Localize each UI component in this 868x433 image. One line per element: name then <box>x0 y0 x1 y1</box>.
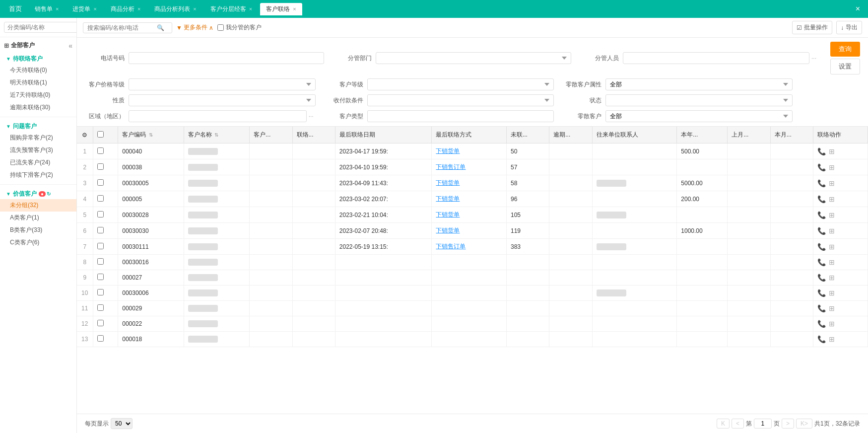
row-checkbox[interactable] <box>97 243 104 249</box>
sidebar-item-class-a[interactable]: A类客户(1) <box>0 212 76 224</box>
th-code[interactable]: 客户编码 ⇅ <box>118 127 184 144</box>
action-phone-icon[interactable]: 📞 <box>817 335 826 343</box>
action-phone-icon[interactable]: 📞 <box>817 289 826 297</box>
sidebar-item-overdue[interactable]: 逾期未联络(30) <box>0 101 76 114</box>
last-way-link[interactable]: 下销货单 <box>436 147 460 154</box>
action-grid-icon[interactable]: ⊞ <box>829 227 835 235</box>
action-phone-icon[interactable]: 📞 <box>817 320 826 328</box>
next-page-btn[interactable]: > <box>782 419 794 429</box>
action-phone-icon[interactable]: 📞 <box>817 195 826 203</box>
sidebar-item-lost[interactable]: 已流失客户(24) <box>0 156 76 169</box>
row-checkbox[interactable] <box>97 258 104 265</box>
nav-tab-purchase[interactable]: 进货单 × <box>67 3 102 15</box>
select-all-checkbox[interactable] <box>97 131 104 138</box>
action-phone-icon[interactable]: 📞 <box>817 258 826 266</box>
th-last-month[interactable]: 上月... <box>728 127 770 144</box>
nav-tab-sales[interactable]: 销售单 × <box>29 3 65 15</box>
filter-payment-select[interactable] <box>367 94 554 106</box>
action-phone-icon[interactable]: 📞 <box>817 147 826 155</box>
close-tab-sales[interactable]: × <box>56 6 59 12</box>
batch-ops-btn[interactable]: ☑ 批量操作 <box>792 21 832 34</box>
action-phone-icon[interactable]: 📞 <box>817 163 826 171</box>
filter-region-input[interactable] <box>129 110 307 122</box>
page-size-select[interactable]: 50 <box>111 418 133 429</box>
action-phone-icon[interactable]: 📞 <box>817 304 826 312</box>
group-label-pending[interactable]: ▼ 待联络客户 <box>0 53 76 64</box>
close-tab-product-list[interactable]: × <box>193 6 196 12</box>
action-grid-icon[interactable]: ⊞ <box>829 195 835 203</box>
region-dots[interactable]: ··· <box>307 113 316 120</box>
action-grid-icon[interactable]: ⊞ <box>829 274 835 282</box>
th-last-way[interactable]: 最后联络方式 <box>432 127 507 144</box>
reset-btn[interactable]: 设置 <box>830 59 860 74</box>
sidebar-item-warning[interactable]: 流失预警客户(3) <box>0 144 76 156</box>
query-btn[interactable]: 查询 <box>830 42 860 57</box>
th-overdue[interactable]: 逾期... <box>549 127 592 144</box>
filter-price-level-select[interactable] <box>129 78 316 90</box>
group-label-problem[interactable]: ▼ 问题客户 <box>0 120 76 132</box>
collapse-sidebar-icon[interactable]: « <box>68 42 72 50</box>
close-all-tabs[interactable]: × <box>852 2 864 15</box>
row-checkbox[interactable] <box>97 320 104 326</box>
last-way-link[interactable]: 下销售订单 <box>436 163 466 170</box>
sidebar-item-ungroup[interactable]: 未分组(32) <box>0 199 76 212</box>
manager-dots[interactable]: ··· <box>809 55 818 62</box>
row-checkbox[interactable] <box>97 211 104 217</box>
filter-manager-input[interactable] <box>623 52 809 64</box>
sidebar-item-today[interactable]: 今天待联络(0) <box>0 64 76 76</box>
close-tab-customer-seg[interactable]: × <box>249 6 252 12</box>
more-conditions-btn[interactable]: ▼ 更多条件 ∧ <box>176 23 213 32</box>
my-customers-checkbox[interactable] <box>217 24 224 31</box>
all-customers-header[interactable]: ⊞ 全部客户 « <box>0 37 76 52</box>
action-grid-icon[interactable]: ⊞ <box>829 163 835 171</box>
page-input[interactable] <box>754 419 772 429</box>
sidebar-item-tomorrow[interactable]: 明天待联络(1) <box>0 76 76 89</box>
main-search-input[interactable] <box>87 24 157 31</box>
action-grid-icon[interactable]: ⊞ <box>829 335 835 343</box>
th-type[interactable]: 客户... <box>250 127 292 144</box>
th-settings[interactable]: ⚙ <box>77 127 93 144</box>
category-search-input[interactable] <box>4 22 77 33</box>
sidebar-item-declining[interactable]: 持续下滑客户(2) <box>0 169 76 181</box>
sidebar-item-class-b[interactable]: B类客户(33) <box>0 224 76 236</box>
row-checkbox[interactable] <box>97 179 104 186</box>
refresh-icon[interactable]: ↻ <box>47 191 51 197</box>
group-label-value[interactable]: ▼ 价值客户 ● ↻ <box>0 188 76 199</box>
action-grid-icon[interactable]: ⊞ <box>829 258 835 266</box>
action-phone-icon[interactable]: 📞 <box>817 243 826 251</box>
filter-retail-customer-select[interactable]: 全部 <box>605 110 793 122</box>
action-grid-icon[interactable]: ⊞ <box>829 147 835 155</box>
last-way-link[interactable]: 下销货单 <box>436 195 460 202</box>
filter-dept-select[interactable] <box>376 52 571 64</box>
th-this-year[interactable]: 本年... <box>677 127 728 144</box>
th-this-month[interactable]: 本月... <box>770 127 813 144</box>
nav-tab-product-analysis[interactable]: 商品分析 × <box>105 3 146 15</box>
last-way-link[interactable]: 下销货单 <box>436 179 460 186</box>
sidebar-item-class-c[interactable]: C类客户(6) <box>0 236 76 249</box>
close-tab-product-analysis[interactable]: × <box>137 6 140 12</box>
action-phone-icon[interactable]: 📞 <box>817 227 826 235</box>
action-phone-icon[interactable]: 📞 <box>817 211 826 219</box>
sidebar-item-7days[interactable]: 近7天待联络(0) <box>0 89 76 101</box>
th-contact[interactable]: 联络... <box>292 127 335 144</box>
main-search-icon[interactable]: 🔍 <box>157 24 164 31</box>
action-phone-icon[interactable]: 📞 <box>817 179 826 187</box>
row-checkbox[interactable] <box>97 335 104 342</box>
prev-page-btn[interactable]: < <box>732 419 744 429</box>
th-name[interactable]: 客户名称 ⇅ <box>184 127 250 144</box>
first-page-btn[interactable]: K <box>717 419 730 429</box>
action-grid-icon[interactable]: ⊞ <box>829 289 835 297</box>
th-no-contact[interactable]: 未联... <box>506 127 549 144</box>
th-last-date[interactable]: 最后联络日期 <box>335 127 432 144</box>
filter-retail-attr-select[interactable]: 全部 <box>605 78 793 90</box>
sidebar-item-abnormal[interactable]: 囤购异常客户(2) <box>0 132 76 144</box>
row-checkbox[interactable] <box>97 163 104 170</box>
filter-phone-input[interactable] <box>129 52 324 64</box>
action-grid-icon[interactable]: ⊞ <box>829 211 835 219</box>
filter-customer-level-select[interactable] <box>367 78 554 90</box>
th-unit-contact[interactable]: 往来单位联系人 <box>592 127 677 144</box>
filter-gender-select[interactable] <box>129 94 316 106</box>
action-grid-icon[interactable]: ⊞ <box>829 304 835 312</box>
nav-home[interactable]: 首页 <box>4 2 27 15</box>
nav-tab-product-list[interactable]: 商品分析列表 × <box>148 3 202 15</box>
